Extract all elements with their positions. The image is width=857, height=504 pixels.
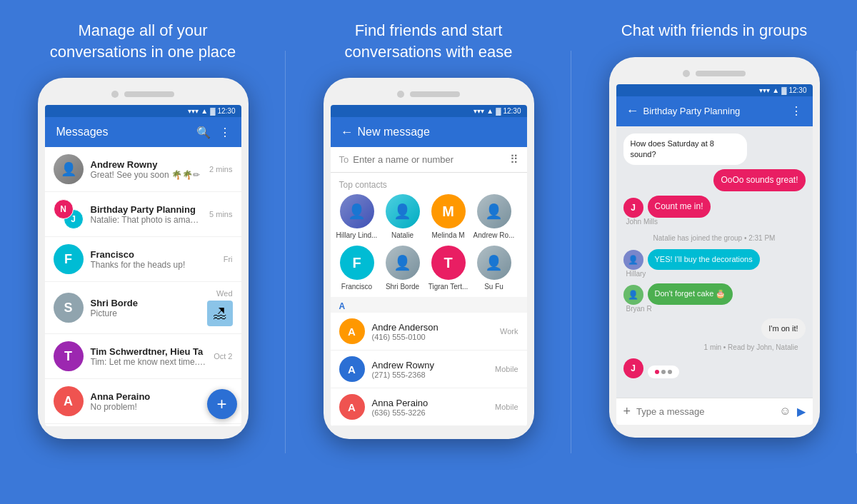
msg-content-shri: Shri Borde Picture — [91, 298, 200, 318]
conversation-item-francisco[interactable]: F Francisco Thanks for the heads up! Fri — [45, 237, 241, 282]
new-message-title: New message — [358, 126, 518, 138]
panel-messages: Manage all of your conversations in one … — [0, 0, 286, 504]
battery-3: ▓ — [781, 86, 786, 94]
phone-top-1 — [45, 91, 241, 98]
dot-2 — [661, 370, 666, 374]
conversation-item-bday[interactable]: N J Birthday Party Planning Natalie: Tha… — [45, 192, 241, 237]
time-2: 12:30 — [503, 107, 521, 115]
contact-natalie[interactable]: 👤 Natalie — [382, 194, 424, 240]
section-a: A — [331, 297, 527, 313]
top-contacts-row-1: 👤 Hillary Lind... 👤 Natalie M Melinda M — [331, 194, 527, 246]
avatar-andre: A — [339, 318, 365, 344]
grid-icon[interactable]: ⠿ — [510, 153, 518, 166]
to-input[interactable] — [353, 154, 505, 165]
phone-2: ▾▾▾ ▲ ▓ 12:30 ← New message To ⠿ Top con… — [324, 78, 534, 439]
wifi-2: ▲ — [486, 107, 493, 115]
msg-right-bday: 5 mins — [209, 210, 232, 218]
system-natalie: Natalie has joined the group • 2:31 PM — [623, 231, 806, 245]
avatar-francisco-top: F — [340, 246, 374, 280]
back-icon-3[interactable]: ← — [625, 104, 641, 119]
time-3: 12:30 — [788, 86, 806, 94]
msg-group-j: J Count me in! John Mills — [623, 196, 806, 226]
phone-1: ▾▾▾ ▲ ▓ 12:30 Messages 🔍 ⋮ 👤 Andrew Rown… — [38, 78, 249, 439]
msg-content-tim: Tim Schwerdtner, Hieu Ta Tim: Let me kno… — [91, 346, 207, 367]
conversation-item-tim[interactable]: T Tim Schwerdtner, Hieu Ta Tim: Let me k… — [45, 334, 241, 379]
msg-name-tim: Tim Schwerdtner, Hieu Ta — [91, 346, 207, 357]
avatar-melinda: M — [431, 194, 466, 228]
name-sufu-top: Su Fu — [484, 283, 503, 291]
messages-title: Messages — [56, 126, 190, 138]
msg-preview-anna: No problem! — [91, 402, 207, 412]
dot-1 — [655, 370, 659, 374]
number-andrew-list: (271) 555-2368 — [372, 371, 488, 379]
sender-bryan: Bryan R — [623, 305, 806, 313]
to-label: To — [339, 154, 349, 165]
panel-group-chat: Chat with friends in groups ▾▾▾ ▲ ▓ 12:3… — [571, 0, 857, 504]
status-time-1: 12:30 — [217, 107, 235, 115]
wifi-3: ▲ — [772, 86, 779, 94]
contact-tigran-top[interactable]: T Tigran Tert... — [428, 246, 469, 291]
avatar-anna: A — [54, 386, 84, 416]
chat-messages: How does Saturday at 8 sound? OoOo sound… — [616, 126, 813, 386]
contact-shri-top[interactable]: 👤 Shri Borde — [382, 246, 424, 291]
add-icon[interactable]: + — [623, 404, 631, 419]
contact-anna-list[interactable]: A Anna Peraino (636) 555-3226 Mobile — [331, 388, 527, 426]
search-icon[interactable]: 🔍 — [196, 124, 211, 140]
msg-time-bday: 5 mins — [209, 210, 232, 218]
name-shri-top: Shri Borde — [386, 283, 419, 291]
wifi-icon: ▲ — [201, 107, 208, 115]
msg-time-andrew: 2 mins — [209, 165, 232, 173]
msg-time-francisco: Fri — [224, 255, 233, 263]
sender-hillary: Hillary — [623, 270, 806, 278]
contact-andrew-list[interactable]: A Andrew Rowny (271) 555-2368 Mobile — [331, 351, 527, 388]
msg-row-saturday: How does Saturday at 8 sound? — [623, 133, 806, 166]
avatar-j: J — [623, 198, 643, 218]
more-icon[interactable]: ⋮ — [217, 124, 233, 140]
top-contacts-row-2: F Francisco 👤 Shri Borde T Tigran Tert..… — [331, 246, 527, 297]
avatar-andrew: 👤 — [54, 154, 84, 184]
msg-content-francisco: Francisco Thanks for the heads up! — [91, 249, 216, 270]
contact-francisco-top[interactable]: F Francisco — [336, 246, 378, 291]
bubble-saturday: How does Saturday at 8 sound? — [623, 133, 747, 166]
fab-button[interactable]: + — [207, 389, 237, 419]
msg-right-francisco: Fri — [224, 255, 233, 263]
contact-hillary[interactable]: 👤 Hillary Lind... — [336, 194, 378, 240]
msg-preview-shri: Picture — [91, 308, 200, 318]
conversation-item-shri[interactable]: S Shri Borde Picture Wed 🏖 — [45, 282, 241, 334]
send-icon[interactable]: ▶ — [797, 405, 806, 418]
status-bar-2: ▾▾▾ ▲ ▓ 12:30 — [331, 105, 527, 117]
phone-3: ▾▾▾ ▲ ▓ 12:30 ← Birthday Party Planning … — [609, 57, 820, 438]
msg-name-anna: Anna Peraino — [91, 391, 207, 402]
name-melinda: Melinda M — [431, 231, 464, 240]
app-bar-2: ← New message — [331, 117, 527, 147]
contact-andre[interactable]: A Andre Anderson (416) 555-0100 Work — [331, 313, 527, 351]
camera-2 — [397, 91, 404, 98]
dot-3 — [668, 370, 672, 374]
conversation-item-andrew[interactable]: 👤 Andrew Rowny Great! See you soon 🌴🌴✏ 2… — [45, 147, 241, 192]
msg-group-bryan: 👤 Don't forget cake 🎂 Bryan R — [623, 283, 806, 312]
avatar-sufu-top: 👤 — [477, 246, 511, 280]
bubble-countin: Count me in! — [648, 196, 711, 218]
msg-name-shri: Shri Borde — [91, 298, 200, 308]
emoji-icon[interactable]: ☺ — [779, 405, 791, 418]
number-andre: (416) 555-0100 — [372, 333, 493, 341]
msg-right-tim: Oct 2 — [214, 352, 232, 361]
msg-row-cake: 👤 Don't forget cake 🎂 — [623, 283, 806, 304]
chat-input-bar: + ☺ ▶ — [616, 398, 813, 425]
to-bar: To ⠿ — [331, 147, 527, 173]
phone-top-2 — [331, 91, 527, 98]
name-hillary: Hillary Lind... — [336, 231, 378, 240]
contact-sufu-top[interactable]: 👤 Su Fu — [473, 246, 515, 291]
status-bar-1: ▾▾▾ ▲ ▓ 12:30 — [45, 105, 241, 117]
contact-melinda[interactable]: M Melinda M — [428, 194, 469, 240]
signal-icon: ▾▾▾ — [188, 107, 199, 115]
avatar-bday-group: N J — [54, 199, 84, 229]
chat-input[interactable] — [636, 406, 773, 417]
back-icon-2[interactable]: ← — [339, 124, 355, 140]
top-contacts-label: Top contacts — [331, 173, 527, 194]
more-icon-3[interactable]: ⋮ — [788, 104, 804, 119]
type-andre: Work — [500, 327, 518, 336]
avatar-hillary-chat: 👤 — [623, 250, 643, 270]
msg-row-countin: J Count me in! — [623, 196, 806, 218]
contact-andrew-top[interactable]: 👤 Andrew Ro... — [473, 194, 515, 240]
